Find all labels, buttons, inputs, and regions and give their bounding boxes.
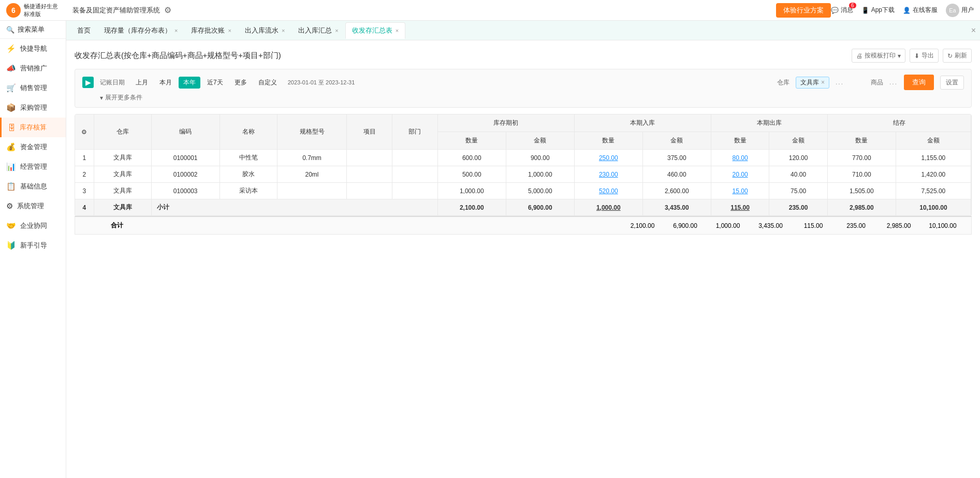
- subtotal-out-qty[interactable]: 115.00: [711, 199, 769, 216]
- row3-out-amt: 75.00: [769, 183, 828, 199]
- row2-warehouse: 文具库: [94, 166, 151, 183]
- row1-out-qty[interactable]: 80.00: [711, 150, 769, 166]
- operations-icon: 📊: [6, 162, 16, 171]
- th-settings[interactable]: ⚙: [75, 114, 94, 150]
- sidebar-item-marketing[interactable]: 📣 营销推广: [0, 59, 66, 78]
- filter-arrow-btn[interactable]: ▶: [82, 77, 94, 88]
- sidebar-item-operations[interactable]: 📊 经营管理: [0, 157, 66, 177]
- sidebar-item-basic-info[interactable]: 📋 基础信息: [0, 177, 66, 196]
- trial-btn[interactable]: 体验行业方案: [776, 3, 831, 18]
- flash-icon: ⚡: [6, 44, 16, 53]
- system-icon: ⚙: [6, 201, 13, 211]
- table-settings-btn[interactable]: 设置: [940, 76, 964, 90]
- sidebar-item-sales[interactable]: 🛒 销售管理: [0, 78, 66, 98]
- date-btn-last-month[interactable]: 上月: [131, 77, 153, 89]
- subtotal-in-amt: 3,435.00: [642, 199, 711, 216]
- row3-balance-amt: 7,525.00: [896, 183, 971, 199]
- row2-in-qty[interactable]: 230.00: [574, 166, 642, 183]
- page-title: 收发存汇总表(按仓库+商品编码+商品+规格型号+项目+部门): [75, 51, 281, 61]
- row1-opening-amt: 900.00: [506, 150, 574, 166]
- row3-out-qty[interactable]: 15.00: [711, 183, 769, 199]
- sidebar-item-system[interactable]: ⚙ 系统管理: [0, 196, 66, 216]
- row3-balance-qty: 1,505.00: [827, 183, 896, 199]
- sidebar-search[interactable]: 🔍 搜索菜单: [0, 21, 66, 39]
- th-opening-amt: 金额: [506, 132, 574, 150]
- total-out-qty: 115.00: [793, 222, 834, 229]
- row3-in-qty[interactable]: 520.00: [574, 183, 642, 199]
- filter-row-date: 记账日期 上月 本月 本年 近7天 更多 自定义 2023-01-01 至 20…: [100, 75, 964, 90]
- tab-stock-dist-close[interactable]: ×: [174, 27, 178, 34]
- basic-info-icon: 📋: [6, 182, 16, 191]
- subtotal-out-amt: 235.00: [769, 199, 828, 216]
- sidebar-item-finance[interactable]: 💰 资金管理: [0, 137, 66, 157]
- date-btn-this-year[interactable]: 本年: [179, 77, 200, 89]
- subtotal-balance-qty: 2,985.00: [827, 199, 896, 216]
- row2-out-amt: 40.00: [769, 166, 828, 183]
- date-btn-custom[interactable]: 自定义: [254, 77, 282, 89]
- total-row: 合计 2,100.00 6,900.00 1,000.00 3,435.00 1…: [75, 216, 972, 235]
- query-btn[interactable]: 查询: [904, 75, 934, 90]
- row2-out-qty[interactable]: 20.00: [711, 166, 769, 183]
- row1-spec: 0.7mm: [277, 150, 347, 166]
- export-icon: ⬇: [914, 52, 919, 60]
- expand-filter-btn[interactable]: ▾ 展开更多条件: [100, 93, 964, 102]
- print-btn[interactable]: 🖨 按模板打印 ▾: [852, 49, 905, 63]
- row1-warehouse: 文具库: [94, 150, 151, 166]
- row2-project: [347, 166, 392, 183]
- date-options: 上月 本月 本年 近7天 更多 自定义: [131, 77, 282, 89]
- date-range: 2023-01-01 至 2023-12-31: [288, 79, 355, 86]
- tab-bar: 首页 现存量（库存分布表） × 库存批次账 × 出入库流水 × 出入库汇总 ×: [66, 21, 980, 40]
- tab-in-out-flow[interactable]: 出入库流水 ×: [238, 22, 291, 39]
- warehouse-more-btn[interactable]: ...: [836, 79, 844, 86]
- subtotal-opening-qty: 2,100.00: [437, 199, 506, 216]
- close-all-tabs[interactable]: ×: [971, 26, 976, 35]
- tab-in-out-flow-close[interactable]: ×: [282, 27, 285, 34]
- sidebar-item-enterprise[interactable]: 🤝 企业协同: [0, 216, 66, 236]
- total-balance-qty: 2,985.00: [878, 222, 919, 229]
- subtotal-row: 4 文具库 小计 2,100.00 6,900.00 1,000.00 3,43…: [75, 199, 971, 216]
- subtotal-in-qty[interactable]: 1,000.00: [574, 199, 642, 216]
- download-icon: 📱: [861, 7, 869, 14]
- messages-btn[interactable]: 💬 消息 6: [831, 6, 853, 15]
- sidebar-item-purchase[interactable]: 📦 采购管理: [0, 98, 66, 118]
- th-department: 部门: [392, 114, 438, 150]
- date-btn-more[interactable]: 更多: [230, 77, 252, 89]
- finance-icon: 💰: [6, 142, 16, 152]
- tab-stock-dist[interactable]: 现存量（库存分布表） ×: [97, 22, 184, 39]
- row2-name: 胶水: [220, 166, 277, 183]
- th-in-qty: 数量: [574, 132, 642, 150]
- settings-icon[interactable]: ⚙: [164, 5, 171, 15]
- row3-no: 3: [75, 183, 94, 199]
- app-download-btn[interactable]: 📱 App下载: [861, 6, 895, 15]
- tab-home[interactable]: 首页: [70, 22, 97, 39]
- row3-opening-amt: 5,000.00: [506, 183, 574, 199]
- tab-batch-ledger-close[interactable]: ×: [228, 27, 231, 34]
- content-area: 首页 现存量（库存分布表） × 库存批次账 × 出入库流水 × 出入库汇总 ×: [66, 21, 980, 478]
- tab-in-out-summary[interactable]: 出入库汇总 ×: [291, 22, 345, 39]
- tab-recv-send-summary-close[interactable]: ×: [396, 27, 399, 34]
- date-btn-7days[interactable]: 近7天: [202, 77, 228, 89]
- marketing-icon: 📣: [6, 64, 16, 73]
- total-opening-qty: 2,100.00: [622, 222, 663, 229]
- sidebar-item-inventory[interactable]: 🗄 库存核算: [0, 118, 66, 137]
- logo-area: 6 畅捷通好生意 标准版: [6, 3, 72, 18]
- sidebar-item-guide[interactable]: 🔰 新手引导: [0, 236, 66, 255]
- row2-spec: 20ml: [277, 166, 347, 183]
- user-btn[interactable]: Ea 用户: [946, 4, 974, 17]
- subtotal-warehouse: 文具库: [94, 199, 151, 216]
- warehouse-tag-remove[interactable]: ×: [821, 79, 825, 86]
- row1-in-qty[interactable]: 250.00: [574, 150, 642, 166]
- online-service-btn[interactable]: 👤 在线客服: [903, 6, 938, 15]
- tab-in-out-summary-close[interactable]: ×: [335, 27, 338, 34]
- warehouse-filter-label: 仓库: [777, 78, 789, 87]
- sidebar-item-quick-nav[interactable]: ⚡ 快捷导航: [0, 39, 66, 59]
- tab-recv-send-summary[interactable]: 收发存汇总表 ×: [345, 22, 405, 39]
- th-out-qty: 数量: [711, 132, 769, 150]
- export-btn[interactable]: ⬇ 导出: [910, 49, 939, 63]
- date-btn-this-month[interactable]: 本月: [155, 77, 177, 89]
- refresh-btn[interactable]: ↻ 刷新: [943, 49, 972, 63]
- product-more-btn[interactable]: ...: [889, 79, 898, 86]
- row2-opening-amt: 1,000.00: [506, 166, 574, 183]
- tab-batch-ledger[interactable]: 库存批次账 ×: [184, 22, 238, 39]
- system-title: 装备及固定资产辅助管理系统 ⚙: [72, 5, 776, 15]
